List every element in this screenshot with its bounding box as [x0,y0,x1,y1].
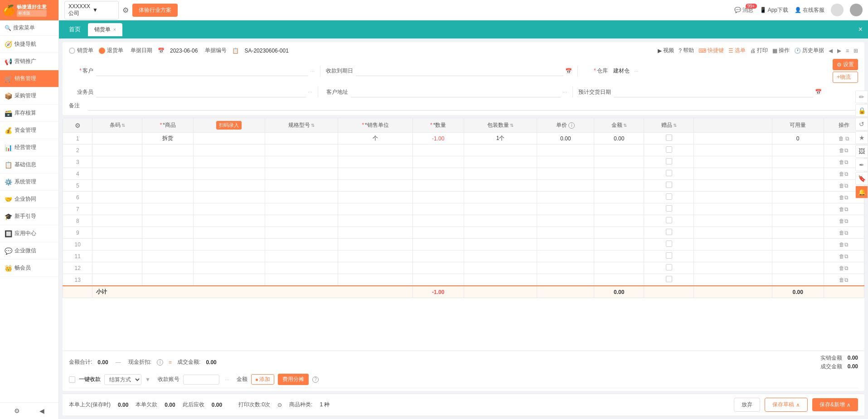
cell-barcode[interactable] [92,144,142,156]
cell-product[interactable] [142,250,194,262]
sidebar-item-appstore[interactable]: 🔲 应用中心 [0,225,58,242]
sidebar-item-guide[interactable]: 🎓 新手引导 [0,208,58,225]
delete-icon[interactable]: 🗑 [839,183,844,189]
th-settings[interactable]: ⚙ [63,118,92,133]
logistics-button[interactable]: +物流 [833,72,858,83]
cell-pkg-qty[interactable] [464,144,537,156]
copy-icon[interactable]: ⧉ [844,194,849,201]
sidebar-item-operation[interactable]: 📊 经营管理 [0,139,58,156]
gift-checkbox[interactable] [666,241,672,247]
cell-price[interactable] [537,250,594,262]
cell-amount[interactable] [594,250,644,262]
settings-gear-button[interactable]: ⚙ [122,6,129,14]
due-date-input[interactable] [356,66,563,76]
delete-icon[interactable]: 🗑 [839,265,844,271]
cell-barcode[interactable] [92,203,142,215]
gift-checkbox[interactable] [666,135,672,141]
cell-gift[interactable] [644,133,694,144]
cell-pkg-qty[interactable] [464,156,537,168]
cell-qty[interactable] [412,239,464,250]
copy-icon[interactable]: ⧉ [844,206,849,212]
action-video[interactable]: ▶ 视频 [658,47,674,54]
cell-qty[interactable] [412,215,464,227]
copy-icon[interactable]: ⧉ [844,277,849,283]
delete-icon[interactable]: 🗑 [839,159,844,165]
cell-amount[interactable] [594,192,644,203]
cell-barcode[interactable] [92,133,142,144]
sidebar-item-quick-nav[interactable]: 🧭 快捷导航 [0,36,58,53]
cell-pkg-qty[interactable] [464,192,537,203]
table-gear-button[interactable]: ⚙ [75,122,81,129]
gift-checkbox[interactable] [666,193,672,200]
cell-spec[interactable] [265,274,338,286]
cell-price[interactable] [537,156,594,168]
copy-icon[interactable]: ⧉ [844,265,849,271]
cell-qty[interactable] [412,262,464,274]
float-star-icon[interactable]: ★ [855,131,868,144]
action-operate[interactable]: ▦ 操作 [772,47,790,54]
sidebar-item-vip[interactable]: 👑 畅会员 [0,260,58,277]
num-calendar-icon[interactable]: 📋 [232,48,239,54]
cell-pkg-qty[interactable] [464,203,537,215]
account-input[interactable] [183,375,219,385]
float-pencil-icon[interactable]: ✒ [855,159,868,171]
cell-amount[interactable] [594,239,644,250]
cell-spec[interactable] [265,227,338,239]
product-type-icon[interactable]: ⊙ [277,402,282,408]
cell-amount[interactable]: 0.00 [594,133,644,144]
cell-unit[interactable] [338,274,413,286]
cell-amount[interactable] [594,262,644,274]
expense-allocation-button[interactable]: 费用分摊 [278,374,309,385]
sidebar-item-cooperation[interactable]: 🤝 企业协同 [0,191,58,208]
radio-return[interactable]: 退货单 [99,47,123,54]
cell-unit[interactable] [338,168,413,180]
expected-date-input[interactable] [614,87,813,97]
cell-product[interactable] [142,215,194,227]
cell-amount[interactable] [594,203,644,215]
cell-qty[interactable] [412,180,464,192]
gift-checkbox[interactable] [666,264,672,270]
cell-barcode[interactable] [92,274,142,286]
action-shortcut[interactable]: ⌨ 快捷键 [698,47,724,54]
delete-icon[interactable]: 🗑 [839,171,844,177]
gift-checkbox[interactable] [666,229,672,235]
sidebar-item-system[interactable]: ⚙️ 系统管理 [0,173,58,191]
discount-info-icon[interactable]: i [157,359,163,366]
cell-qty[interactable] [412,274,464,286]
delete-icon[interactable]: 🗑 [839,218,844,224]
cell-amount[interactable] [594,180,644,192]
cell-pkg-qty[interactable] [464,180,537,192]
delete-icon[interactable]: 🗑 [839,194,844,201]
copy-icon[interactable]: ⧉ [845,135,849,142]
cell-amount[interactable] [594,168,644,180]
settings-button[interactable]: ⚙ 设置 [833,59,858,70]
copy-icon[interactable]: ⧉ [844,159,849,165]
copy-icon[interactable]: ⧉ [844,171,849,177]
cell-unit[interactable] [338,180,413,192]
gift-checkbox[interactable] [666,205,672,212]
sidebar-item-weixin[interactable]: 💬 企业微信 [0,242,58,260]
sidebar-item-marketing[interactable]: 📢 营销推广 [0,53,58,70]
cell-price[interactable] [537,262,594,274]
delete-icon[interactable]: 🗑 [839,135,844,142]
cell-amount[interactable] [594,144,644,156]
float-lock-icon[interactable]: 🔒 [855,104,868,117]
price-info-icon[interactable]: i [568,122,575,129]
cell-product[interactable] [142,156,194,168]
close-all-button[interactable]: × [857,24,864,35]
delete-icon[interactable]: 🗑 [839,253,844,260]
cell-barcode[interactable] [92,156,142,168]
view-icon-2[interactable]: ⊞ [853,48,858,54]
cell-qty[interactable] [412,168,464,180]
customer-input[interactable] [96,66,308,76]
cell-unit[interactable] [338,227,413,239]
company-selector[interactable]: XXXXXX公司 ▼ [64,1,119,19]
action-print[interactable]: 🖨 打印 [750,47,768,54]
cell-barcode[interactable] [92,168,142,180]
note-input[interactable] [88,101,858,111]
sidebar-item-sales[interactable]: 🛒 销售管理 [0,70,58,87]
expected-date-calendar-icon[interactable]: 📅 [815,89,822,95]
gift-checkbox[interactable] [666,252,672,259]
nav-next-icon[interactable]: ▶ [837,48,841,54]
gift-checkbox[interactable] [666,146,672,153]
